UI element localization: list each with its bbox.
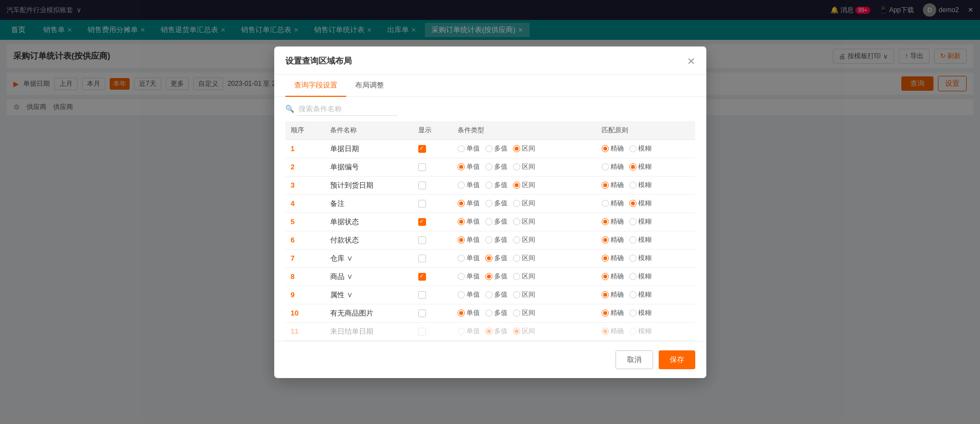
radio-item[interactable]: 多值 bbox=[485, 235, 507, 245]
match-radio-item[interactable]: 模糊 bbox=[629, 199, 651, 208]
radio-item[interactable]: 单值 bbox=[458, 217, 480, 226]
radio-item[interactable]: 区间 bbox=[513, 290, 535, 299]
match-radio-item[interactable]: 精确 bbox=[602, 290, 624, 299]
match-radio-item[interactable]: 精确 bbox=[602, 235, 624, 245]
checkbox[interactable] bbox=[418, 163, 426, 171]
radio-item[interactable]: 多值 bbox=[485, 144, 507, 153]
radio-item[interactable]: 区间 bbox=[513, 254, 535, 263]
row-match: 精确模糊 bbox=[596, 158, 695, 176]
row-display-checkbox[interactable] bbox=[413, 322, 452, 340]
radio-item[interactable]: 多值 bbox=[485, 254, 507, 263]
radio-item[interactable]: 多值 bbox=[485, 327, 507, 336]
match-dot bbox=[602, 309, 609, 317]
match-radio-item[interactable]: 模糊 bbox=[629, 144, 651, 153]
radio-item[interactable]: 多值 bbox=[485, 290, 507, 299]
radio-item[interactable]: 区间 bbox=[513, 199, 535, 208]
row-display-checkbox[interactable] bbox=[413, 231, 452, 249]
cancel-button[interactable]: 取消 bbox=[615, 350, 653, 369]
match-radio-item[interactable]: 精确 bbox=[602, 308, 624, 318]
radio-dot bbox=[513, 328, 520, 335]
match-dot bbox=[602, 273, 609, 280]
dialog-footer: 取消 保存 bbox=[274, 341, 706, 378]
search-input[interactable] bbox=[297, 102, 397, 116]
checkbox[interactable] bbox=[418, 182, 426, 189]
dialog-close-btn[interactable]: ✕ bbox=[687, 55, 695, 68]
radio-item[interactable]: 多值 bbox=[485, 180, 507, 190]
radio-item[interactable]: 单值 bbox=[458, 254, 480, 263]
row-name: 商品 ∨ bbox=[325, 267, 413, 286]
radio-item[interactable]: 区间 bbox=[513, 235, 535, 245]
radio-item[interactable]: 区间 bbox=[513, 144, 535, 153]
checkbox[interactable] bbox=[418, 309, 426, 317]
match-radio-item[interactable]: 模糊 bbox=[629, 272, 651, 281]
match-radio-item[interactable]: 模糊 bbox=[629, 290, 651, 299]
match-dot bbox=[602, 145, 609, 152]
radio-dot bbox=[513, 218, 520, 225]
row-display-checkbox[interactable] bbox=[413, 213, 452, 231]
checkbox[interactable] bbox=[418, 218, 426, 226]
row-display-checkbox[interactable] bbox=[413, 176, 452, 194]
row-display-checkbox[interactable] bbox=[413, 249, 452, 267]
match-radio-item[interactable]: 模糊 bbox=[629, 217, 651, 226]
checkbox[interactable] bbox=[418, 255, 426, 262]
row-display-checkbox[interactable] bbox=[413, 267, 452, 286]
radio-item[interactable]: 多值 bbox=[485, 162, 507, 172]
match-radio-item[interactable]: 精确 bbox=[602, 254, 624, 263]
save-button[interactable]: 保存 bbox=[659, 350, 695, 369]
row-display-checkbox[interactable] bbox=[413, 286, 452, 304]
checkbox[interactable] bbox=[418, 328, 426, 335]
radio-item[interactable]: 多值 bbox=[485, 272, 507, 281]
radio-item[interactable]: 区间 bbox=[513, 308, 535, 318]
match-radio-item[interactable]: 模糊 bbox=[629, 308, 651, 318]
radio-item[interactable]: 单值 bbox=[458, 308, 480, 318]
checkbox[interactable] bbox=[418, 200, 426, 208]
match-radio-item[interactable]: 模糊 bbox=[629, 327, 651, 336]
row-match: 精确模糊 bbox=[596, 304, 695, 322]
tab-layout-adjust[interactable]: 布局调整 bbox=[346, 75, 393, 97]
radio-item[interactable]: 单值 bbox=[458, 180, 480, 190]
row-cond-type: 单值多值区间 bbox=[452, 213, 596, 231]
radio-item[interactable]: 区间 bbox=[513, 180, 535, 190]
radio-item[interactable]: 单值 bbox=[458, 290, 480, 299]
match-radio-item[interactable]: 模糊 bbox=[629, 254, 651, 263]
row-display-checkbox[interactable] bbox=[413, 139, 452, 158]
row-display-checkbox[interactable] bbox=[413, 194, 452, 213]
match-radio-item[interactable]: 精确 bbox=[602, 272, 624, 281]
match-radio-item[interactable]: 模糊 bbox=[629, 162, 651, 172]
checkbox[interactable] bbox=[418, 145, 426, 153]
radio-item[interactable]: 单值 bbox=[458, 272, 480, 281]
checkbox[interactable] bbox=[418, 291, 426, 299]
tab-query-fields[interactable]: 查询字段设置 bbox=[285, 75, 346, 97]
row-name: 单据日期 bbox=[325, 139, 413, 158]
match-radio-item[interactable]: 精确 bbox=[602, 217, 624, 226]
radio-item[interactable]: 区间 bbox=[513, 272, 535, 281]
match-radio-item[interactable]: 精确 bbox=[602, 180, 624, 190]
row-cond-type: 单值多值区间 bbox=[452, 158, 596, 176]
checkbox[interactable] bbox=[418, 236, 426, 244]
radio-item[interactable]: 多值 bbox=[485, 199, 507, 208]
row-match: 精确模糊 bbox=[596, 176, 695, 194]
radio-item[interactable]: 区间 bbox=[513, 327, 535, 336]
radio-item[interactable]: 单值 bbox=[458, 144, 480, 153]
match-radio-item[interactable]: 精确 bbox=[602, 144, 624, 153]
match-radio-item[interactable]: 模糊 bbox=[629, 180, 651, 190]
match-radio-item[interactable]: 模糊 bbox=[629, 235, 651, 245]
match-radio-item[interactable]: 精确 bbox=[602, 327, 624, 336]
radio-dot bbox=[485, 255, 492, 262]
radio-item[interactable]: 多值 bbox=[485, 308, 507, 318]
radio-item[interactable]: 单值 bbox=[458, 327, 480, 336]
radio-item[interactable]: 单值 bbox=[458, 235, 480, 245]
row-cond-type: 单值多值区间 bbox=[452, 322, 596, 340]
match-radio-item[interactable]: 精确 bbox=[602, 162, 624, 172]
radio-item[interactable]: 多值 bbox=[485, 217, 507, 226]
radio-item[interactable]: 单值 bbox=[458, 199, 480, 208]
match-radio-item[interactable]: 精确 bbox=[602, 199, 624, 208]
row-display-checkbox[interactable] bbox=[413, 304, 452, 322]
table-row: 1单据日期单值多值区间精确模糊 bbox=[285, 139, 695, 158]
radio-item[interactable]: 区间 bbox=[513, 162, 535, 172]
radio-item[interactable]: 区间 bbox=[513, 217, 535, 226]
row-order: 1 bbox=[285, 139, 325, 158]
checkbox[interactable] bbox=[418, 273, 426, 281]
row-display-checkbox[interactable] bbox=[413, 158, 452, 176]
radio-item[interactable]: 单值 bbox=[458, 162, 480, 172]
